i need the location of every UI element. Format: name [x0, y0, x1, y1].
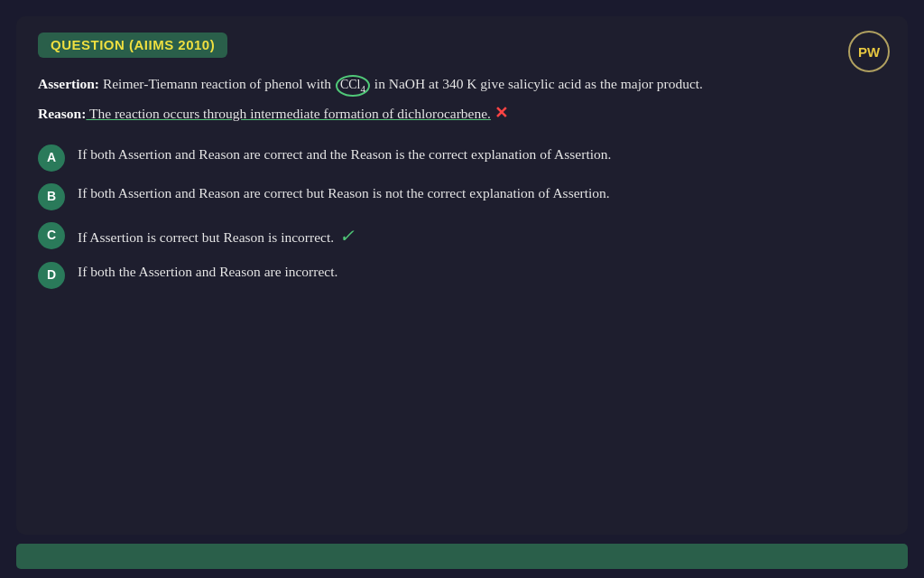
x-annotation: ✕	[494, 104, 508, 122]
bottom-bar	[16, 544, 908, 569]
ccl4-subscript: 4	[360, 83, 365, 94]
logo-text: PW	[858, 45, 880, 59]
assertion-text-before: Reimer-Tiemann reaction of phenol with	[99, 76, 335, 91]
option-badge-d: D	[38, 262, 65, 289]
pw-logo: PW	[848, 31, 890, 72]
option-id-b: B	[47, 186, 56, 207]
option-row-c[interactable]: C If Assertion is correct but Reason is …	[38, 221, 886, 250]
assertion-label: Assertion:	[38, 76, 99, 91]
content-area: Assertion: Reimer-Tiemann reaction of ph…	[38, 72, 886, 289]
option-id-a: A	[47, 147, 56, 168]
checkmark-annotation: ✓	[339, 226, 355, 246]
question-label: QUESTION (AIIMS 2010)	[51, 37, 215, 52]
question-header: QUESTION (AIIMS 2010)	[38, 33, 227, 58]
reason-label: Reason:	[38, 106, 86, 121]
ccl4-formula: CCl4	[336, 75, 370, 97]
option-badge-a: A	[38, 144, 65, 172]
option-badge-c: C	[38, 222, 65, 249]
option-row-a[interactable]: A If both Assertion and Reason are corre…	[38, 144, 886, 172]
option-text-b: If both Assertion and Reason are correct…	[78, 182, 886, 205]
ccl4-main: CCl	[340, 78, 361, 91]
option-badge-b: B	[38, 183, 65, 210]
option-row-b[interactable]: B If both Assertion and Reason are corre…	[38, 182, 886, 210]
options-list: A If both Assertion and Reason are corre…	[38, 144, 886, 289]
question-card: QUESTION (AIIMS 2010) PW Assertion: Reim…	[16, 16, 908, 535]
option-id-c: C	[47, 225, 56, 246]
assertion-line: Assertion: Reimer-Tiemann reaction of ph…	[38, 72, 886, 97]
option-row-d[interactable]: D If both the Assertion and Reason are i…	[38, 261, 886, 289]
option-id-d: D	[47, 265, 56, 285]
option-text-d: If both the Assertion and Reason are inc…	[78, 261, 886, 284]
option-text-c: If Assertion is correct but Reason is in…	[78, 221, 886, 250]
option-text-a: If both Assertion and Reason are correct…	[78, 144, 886, 166]
assertion-text-after: in NaOH at 340 K give salicylic acid as …	[371, 76, 703, 91]
reason-line: Reason: The reaction occurs through inte…	[38, 100, 886, 127]
reason-text: The reaction occurs through intermediate…	[86, 106, 491, 121]
